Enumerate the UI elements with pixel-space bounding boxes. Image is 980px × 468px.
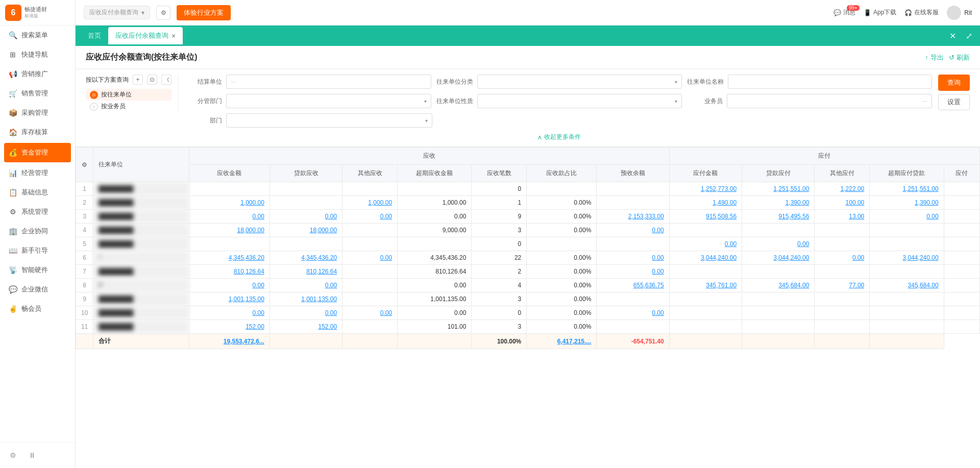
filter-collapse-btn[interactable]: 《 [161, 75, 172, 85]
sidebar-item-search[interactable]: 🔍 搜索菜单 [0, 26, 75, 45]
sidebar-item-sales[interactable]: 🛒 销售管理 [0, 84, 75, 103]
field-department-input[interactable]: ▾ [226, 113, 432, 128]
footer-ar-total[interactable]: 19,553,472,6... [189, 334, 270, 349]
filter-add-btn[interactable]: + [133, 75, 143, 85]
field-jiesuan-input[interactable]: ··· [226, 75, 431, 89]
topbar-gear-btn[interactable]: ⚙ [156, 6, 170, 20]
sidebar-item-label: 资金管理 [21, 148, 48, 157]
scheme-by-staff[interactable]: ○ 按业务员 [86, 101, 172, 112]
sidebar-item-inventory[interactable]: 🏠 库存核算 [0, 122, 75, 142]
table-row: 11████████152.00152.00101.0030.00% [76, 320, 980, 334]
filter-collapse-more[interactable]: ∧ 收起更多条件 [186, 133, 932, 141]
field-department: 部门 ▾ [186, 113, 432, 128]
sidebar-item-purchase[interactable]: 📦 采购管理 [0, 103, 75, 122]
sidebar-collapse-btn[interactable]: ⏸ [24, 448, 40, 463]
export-label: 导出 [930, 53, 944, 62]
th-ap-amount: 应付金额 [669, 165, 742, 182]
footer-empty8 [870, 334, 944, 349]
set-button[interactable]: 设置 [938, 94, 970, 110]
footer-empty1 [76, 334, 93, 349]
field-dept-input[interactable]: ▾ [226, 94, 431, 108]
filter-row-3: 部门 ▾ [186, 113, 932, 128]
table-row: 7████████810,126.64810,126.64810,126.642… [76, 265, 980, 279]
field-salesman-input[interactable]: ··· [727, 94, 932, 108]
field-unit-nature-input[interactable]: ▾ [477, 94, 681, 108]
footer-empty3 [342, 334, 398, 349]
field-unit-name-label: 往来单位名称 [687, 78, 724, 86]
data-table: ⚙ 往来单位 应收 应付 应收金额 贷款应收 其他应收 超期应收金额 应收笔数 … [76, 147, 980, 349]
filter-fields-panel: 结算单位 ··· 往来单位分类 ▾ [178, 75, 932, 141]
scheme-by-unit[interactable]: ⊙ 按往来单位 [86, 89, 172, 101]
topbar: 应收应付余额查询 ▾ ⚙ 体验行业方案 💬 消息 99+ 📱 App下载 🎧 [76, 0, 980, 26]
sidebar-item-guide[interactable]: 📖 新手引导 [0, 241, 75, 260]
page-header-actions: ↑ 导出 ↺ 刷新 [925, 53, 970, 62]
footer-empty2 [270, 334, 342, 349]
sidebar-item-vip[interactable]: ✌ 畅会员 [0, 299, 75, 318]
sidebar-item-corp[interactable]: 🏢 企业协同 [0, 221, 75, 241]
filter-scheme-panel: 按以下方案查询 + ⊙ 《 ⊙ 按往来单位 ○ 按业务员 [86, 75, 178, 112]
tab-home[interactable]: 首页 [81, 27, 108, 44]
online-service-btn[interactable]: 🎧 在线客服 [904, 8, 939, 17]
gear-icon: ⚙ [161, 9, 166, 16]
footer-ar-prepay[interactable]: 6,417,215.... [527, 334, 597, 349]
main-content: 应收应付余额查询 ▾ ⚙ 体验行业方案 💬 消息 99+ 📱 App下载 🎧 [76, 0, 980, 468]
field-unit-name-input[interactable] [728, 75, 932, 89]
sidebar-item-basic[interactable]: 📋 基础信息 [0, 183, 75, 202]
row-num: 9 [76, 292, 93, 306]
table-row: 4████████18,000.0018,000.009,000.0030.00… [76, 224, 980, 237]
th-ar-count: 应收笔数 [472, 165, 527, 182]
promo-button[interactable]: 体验行业方案 [177, 5, 231, 20]
export-button[interactable]: ↑ 导出 [925, 53, 944, 62]
field-jiesuan: 结算单位 ··· [186, 75, 431, 89]
sidebar-item-label: 智能硬件 [21, 265, 48, 275]
row-num: 7 [76, 265, 93, 279]
table-settings-th[interactable]: ⚙ [76, 147, 93, 182]
sidebar-item-system[interactable]: ⚙ 系统管理 [0, 202, 75, 221]
query-button[interactable]: 查询 [938, 75, 970, 91]
sidebar-item-label: 新手引导 [21, 246, 48, 255]
sidebar-item-ops[interactable]: 📊 经营管理 [0, 163, 75, 183]
table-unit-th: 往来单位 [93, 147, 189, 182]
table-row: 5████████00.000.00 [76, 237, 980, 251]
filter-row-1: 结算单位 ··· 往来单位分类 ▾ [186, 75, 932, 89]
filter-query-label: 按以下方案查询 [86, 76, 129, 84]
tab-expand-btn[interactable]: ⤢ [963, 30, 975, 42]
sidebar-item-marketing[interactable]: 📢 营销推广 [0, 64, 75, 84]
user-area[interactable]: Rit [947, 6, 972, 20]
filter-settings-btn[interactable]: ⊙ [147, 75, 157, 85]
service-icon: 🎧 [904, 9, 912, 16]
row-num: 8 [76, 279, 93, 292]
sidebar-settings-btn[interactable]: ⚙ [5, 448, 20, 463]
tabbar-controls: ✕ ⤢ [946, 30, 975, 42]
sidebar-item-label: 企业微信 [21, 285, 48, 294]
app-download-btn[interactable]: 📱 App下载 [864, 8, 896, 17]
data-table-container: ⚙ 往来单位 应收 应付 应收金额 贷款应收 其他应收 超期应收金额 应收笔数 … [76, 147, 980, 468]
tab-close-icon[interactable]: ✕ [172, 33, 176, 39]
sidebar-item-hardware[interactable]: 📡 智能硬件 [0, 260, 75, 280]
field-dept: 分管部门 ▾ [186, 94, 431, 108]
sidebar-item-nav[interactable]: ⊞ 快捷导航 [0, 45, 75, 64]
refresh-button[interactable]: ↺ 刷新 [949, 53, 970, 62]
row-num: 10 [76, 306, 93, 320]
sidebar-item-finance[interactable]: 💰 资金管理 [4, 143, 71, 162]
footer-empty5 [669, 334, 742, 349]
row-num: 11 [76, 320, 93, 334]
user-name: Rit [964, 9, 972, 16]
row-num: 6 [76, 251, 93, 265]
message-btn[interactable]: 💬 消息 99+ [834, 8, 855, 17]
sidebar-item-label: 库存核算 [21, 128, 48, 137]
inventory-icon: 🏠 [8, 128, 17, 137]
export-icon: ↑ [925, 54, 929, 61]
table-row: 10████████0.000.000.000.0000.00%0.00 [76, 306, 980, 320]
field-unit-category-input[interactable]: ▾ [477, 75, 681, 89]
th-ar-overdue: 超期应收金额 [398, 165, 472, 182]
cell-unit: P [93, 279, 189, 292]
refresh-icon: ↺ [949, 54, 954, 61]
tab-arbalance[interactable]: 应收应付余额查询 ✕ [108, 27, 183, 44]
sidebar-item-wechat[interactable]: 💬 企业微信 [0, 280, 75, 299]
sidebar-item-label: 采购管理 [21, 108, 48, 117]
tab-close-all-btn[interactable]: ✕ [946, 30, 959, 42]
sidebar-item-label: 营销推广 [21, 69, 48, 79]
table-footer-row: 合计 19,553,472,6... 100.00% 6,417,215....… [76, 334, 980, 349]
breadcrumb-box[interactable]: 应收应付余额查询 ▾ [84, 6, 150, 19]
